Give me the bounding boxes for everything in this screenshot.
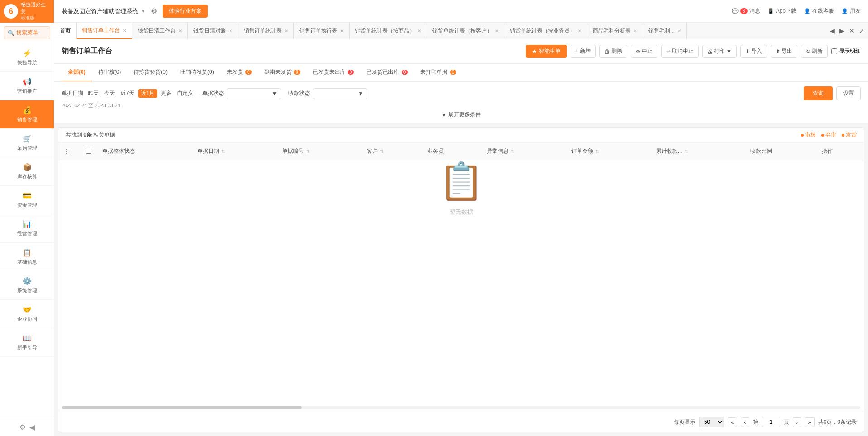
- sub-tab-all[interactable]: 全部(0): [62, 64, 92, 81]
- tab-maximize-button[interactable]: ⤢: [857, 25, 866, 36]
- customer-sort-icon[interactable]: ⇅: [380, 149, 384, 154]
- sidebar-item-capital[interactable]: 💳 资金管理: [0, 186, 54, 214]
- date-opt-custom[interactable]: 自定义: [175, 89, 195, 98]
- import-button[interactable]: ⬇ 导入: [740, 45, 767, 58]
- tab-margin-close[interactable]: ✕: [633, 28, 637, 33]
- collected-sort-icon[interactable]: ⇅: [685, 149, 688, 154]
- tab-cash-daily-close[interactable]: ✕: [178, 28, 182, 33]
- approve-action[interactable]: 审核: [801, 131, 816, 139]
- sidebar-item-sales[interactable]: 💰 销售管理: [0, 100, 54, 129]
- collapse-sidebar-icon[interactable]: ◀: [29, 423, 35, 431]
- sidebar-item-basics[interactable]: 📋 基础信息: [0, 243, 54, 271]
- tab-cash-reconcile-close[interactable]: ✕: [229, 28, 232, 33]
- sub-tab-not-printed-label: 未打印单据: [420, 69, 447, 75]
- tab-sales-more-close[interactable]: ✕: [677, 28, 681, 33]
- date-opt-7days[interactable]: 近7天: [119, 89, 136, 98]
- tab-home[interactable]: 首页: [54, 23, 77, 39]
- date-opt-more[interactable]: 更多: [159, 89, 173, 98]
- sub-tab-shipped-not-out[interactable]: 已发货未出库 0: [307, 64, 360, 81]
- tab-sales-exec-close[interactable]: ✕: [340, 28, 344, 33]
- next-page-button[interactable]: ›: [793, 417, 801, 427]
- sub-tab-not-shipped[interactable]: 未发货 0: [221, 64, 258, 81]
- horizontal-scrollbar[interactable]: [62, 406, 860, 409]
- message-button[interactable]: 💬 6 消息: [732, 7, 760, 15]
- pagination: 每页显示 10 20 50 100 « ‹ 第 页 › » 共0页，0条记录: [58, 412, 864, 432]
- tab-sales-exec[interactable]: 销售订单执行表 ✕: [294, 23, 350, 39]
- number-sort-icon[interactable]: ⇅: [306, 149, 310, 154]
- first-page-button[interactable]: «: [728, 417, 737, 427]
- show-detail-checkbox-label[interactable]: 显示明细: [831, 47, 861, 55]
- date-sort-icon[interactable]: ⇅: [221, 149, 225, 154]
- ship-action[interactable]: 发货: [842, 131, 857, 139]
- show-detail-checkbox[interactable]: [831, 48, 837, 54]
- sub-tab-pending-review[interactable]: 待审核(0): [92, 64, 128, 81]
- date-opt-yesterday[interactable]: 昨天: [86, 89, 101, 98]
- refresh-button[interactable]: ↻ 刷新: [801, 45, 828, 58]
- filter-expand-button[interactable]: ▼ 展开更多条件: [62, 111, 861, 118]
- sub-tab-wangpu[interactable]: 旺铺待发货(0): [174, 64, 221, 81]
- tab-sales-more[interactable]: 销售毛利... ✕: [643, 23, 687, 39]
- sidebar-item-guide[interactable]: 📖 新手引导: [0, 328, 54, 357]
- tab-by-customer[interactable]: 销货单统计表（按客户） ✕: [427, 23, 504, 39]
- stop-button[interactable]: ⊘ 中止: [631, 45, 657, 58]
- tab-sales-stat[interactable]: 销售订单统计表 ✕: [238, 23, 294, 39]
- date-opt-1month[interactable]: 近1月: [138, 89, 158, 98]
- status-filter-select[interactable]: ▼: [227, 88, 281, 99]
- export-button[interactable]: ⬆ 导出: [771, 45, 797, 58]
- user-menu-button[interactable]: 👤 用友: [841, 7, 861, 15]
- tab-next-button[interactable]: ▶: [838, 25, 846, 36]
- sidebar-item-purchase[interactable]: 🛒 采购管理: [0, 129, 54, 157]
- last-page-button[interactable]: »: [805, 417, 814, 427]
- topbar-settings-icon[interactable]: ⚙: [151, 7, 157, 15]
- sub-tab-not-printed[interactable]: 未打印单据 0: [414, 64, 462, 81]
- sub-tab-pending-inspect[interactable]: 待拣货验货(0): [127, 64, 174, 81]
- settings-bottom-icon[interactable]: ⚙: [19, 423, 26, 431]
- print-button[interactable]: 🖨 打印 ▼: [702, 45, 737, 58]
- brand-sub: 标准版: [21, 15, 50, 21]
- horizontal-scrollbar-thumb[interactable]: [62, 406, 302, 409]
- set-button[interactable]: 设置: [836, 86, 861, 100]
- sidebar-item-quick[interactable]: ⚡ 快捷导航: [0, 43, 54, 72]
- tab-by-product[interactable]: 销货单统计表（按商品） ✕: [350, 23, 427, 39]
- sidebar-item-inventory[interactable]: 📦 库存核算: [0, 157, 54, 186]
- tab-close-all-button[interactable]: ✕: [847, 25, 856, 36]
- tab-by-customer-close[interactable]: ✕: [495, 28, 499, 33]
- sidebar-item-enterprise[interactable]: 🤝 企业协同: [0, 300, 54, 328]
- mobile-icon: 📱: [767, 8, 774, 14]
- sidebar-item-system[interactable]: ⚙️ 系统管理: [0, 271, 54, 300]
- table-scroll-container[interactable]: ⋮⋮ 单据整体状态 单据日期 ⇅: [58, 143, 864, 403]
- per-page-select[interactable]: 10 20 50 100: [699, 417, 724, 427]
- smart-gen-button[interactable]: ★ 智能生单: [526, 45, 567, 58]
- sub-tab-shipped-out[interactable]: 已发货已出库 0: [360, 64, 414, 81]
- tab-sales-stat-close[interactable]: ✕: [284, 28, 288, 33]
- abnormal-sort-icon[interactable]: ⇅: [511, 149, 514, 154]
- tab-by-product-close[interactable]: ✕: [417, 28, 421, 33]
- tab-cash-reconcile[interactable]: 钱货日清对账 ✕: [188, 23, 238, 39]
- amount-sort-icon[interactable]: ⇅: [595, 149, 599, 154]
- sidebar-item-operations[interactable]: 📊 经营管理: [0, 214, 54, 243]
- tab-sales-workbench[interactable]: 销售订单工作台 ✕: [77, 23, 132, 39]
- system-dropdown-arrow[interactable]: ▼: [141, 9, 145, 14]
- tab-cash-daily[interactable]: 钱货日清工作台 ✕: [132, 23, 188, 39]
- search-menu-button[interactable]: 🔍 搜索菜单: [4, 26, 50, 39]
- tab-by-staff[interactable]: 销货单统计表（按业务员） ✕: [504, 23, 587, 39]
- collection-filter-select[interactable]: ▼: [313, 88, 367, 99]
- sub-tab-overdue[interactable]: 到期未发货 0: [258, 64, 307, 81]
- tab-by-staff-close[interactable]: ✕: [578, 28, 581, 33]
- delete-button[interactable]: 🗑 删除: [599, 45, 627, 58]
- industry-solution-button[interactable]: 体验行业方案: [163, 5, 208, 18]
- online-service-button[interactable]: 👤 在线客服: [804, 7, 834, 15]
- tab-margin[interactable]: 商品毛利分析表 ✕: [587, 23, 643, 39]
- prev-page-button[interactable]: ‹: [741, 417, 749, 427]
- query-button[interactable]: 查询: [804, 86, 833, 100]
- date-opt-today[interactable]: 今天: [102, 89, 117, 98]
- add-button[interactable]: + 新增: [571, 45, 596, 58]
- unapprove-action[interactable]: 弃审: [821, 131, 836, 139]
- select-all-checkbox[interactable]: [86, 148, 91, 154]
- sidebar-item-marketing[interactable]: 📢 营销推广: [0, 72, 54, 100]
- app-download-button[interactable]: 📱 App下载: [767, 7, 796, 15]
- page-number-input[interactable]: [762, 417, 780, 427]
- tab-sales-workbench-close[interactable]: ✕: [123, 28, 126, 33]
- cancel-stop-button[interactable]: ↩ 取消中止: [661, 45, 699, 58]
- tab-prev-button[interactable]: ◀: [828, 25, 837, 36]
